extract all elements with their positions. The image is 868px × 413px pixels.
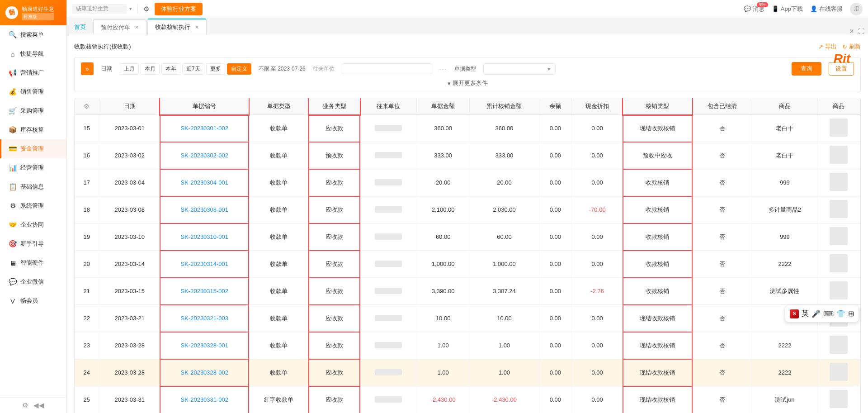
chevron-down-icon[interactable]: ▾ xyxy=(129,6,132,12)
solution-button[interactable]: 体验行业方案 xyxy=(155,3,203,15)
sidebar-item-sales[interactable]: 💰 销售管理 xyxy=(0,82,66,101)
page-title: 收款核销执行(按收款) xyxy=(74,43,131,51)
tab-expand-button[interactable]: ⛶ xyxy=(858,28,864,35)
tab-close-all-button[interactable]: ✕ xyxy=(849,28,854,35)
sidebar-item-hardware[interactable]: 🖥 智能硬件 xyxy=(0,253,66,272)
tab-receipt[interactable]: 收款核销执行 ✕ xyxy=(147,19,207,35)
page-title-row: 收款核销执行(按收款) ↗ 导出 ↻ 刷新 xyxy=(74,43,861,51)
sidebar-item-system[interactable]: ⚙ 系统管理 xyxy=(0,196,66,215)
sidebar-item-finance[interactable]: 💳 资金管理 xyxy=(0,139,66,158)
cell-discount: 0.00 xyxy=(572,359,623,386)
table-row[interactable]: 15 2023-03-01 SK-20230301-002 收款单 应收款 36… xyxy=(75,115,860,142)
partner-input[interactable] xyxy=(342,63,432,74)
app-download-button[interactable]: 📱 App下载 xyxy=(772,5,803,13)
sno-link[interactable]: SK-20230301-002 xyxy=(181,125,229,132)
sno-link[interactable]: SK-20230328-002 xyxy=(181,369,229,376)
table-row[interactable]: 16 2023-03-02 SK-20230302-002 收款单 预收款 33… xyxy=(75,142,860,169)
refresh-button[interactable]: ↻ 刷新 xyxy=(842,43,861,51)
cell-goods2 xyxy=(817,386,860,413)
cell-settled: 否 xyxy=(692,223,752,251)
tabs-right-actions: ✕ ⛶ xyxy=(849,28,868,35)
table-row[interactable]: 17 2023-03-04 SK-20230304-001 收款单 应收款 20… xyxy=(75,169,860,196)
sidebar-item-member[interactable]: V 畅会员 xyxy=(0,291,66,310)
cell-settled: 否 xyxy=(692,278,752,305)
date-btn-this-month[interactable]: 本月 xyxy=(141,63,160,75)
sidebar-item-marketing[interactable]: 📢 营销推广 xyxy=(0,63,66,82)
tab-home[interactable]: 首页 xyxy=(67,19,93,35)
table-row[interactable]: 24 2023-03-28 SK-20230328-002 收款单 应收款 1.… xyxy=(75,359,860,386)
table-row[interactable]: 22 2023-03-21 SK-20230321-003 收款单 应收款 10… xyxy=(75,305,860,332)
sidebar-item-wechat[interactable]: 💬 企业微信 xyxy=(0,272,66,291)
sno-link[interactable]: SK-20230308-001 xyxy=(181,206,229,213)
cell-goods: 老白干 xyxy=(752,142,817,169)
sno-link[interactable]: SK-20230331-002 xyxy=(181,396,229,403)
table-row[interactable]: 18 2023-03-08 SK-20230308-001 收款单 应收款 2,… xyxy=(75,196,860,223)
sidebar-item-inventory[interactable]: 📦 库存核算 xyxy=(0,120,66,139)
sidebar-item-operations[interactable]: 📊 经营管理 xyxy=(0,158,66,177)
date-btn-last-month[interactable]: 上月 xyxy=(120,63,139,75)
float-keyboard-icon[interactable]: ⌨ xyxy=(823,309,834,318)
float-shirt-icon[interactable]: 👕 xyxy=(836,309,845,318)
data-table-wrap: ⚙ 日期 单据编号 单据类型 业务类型 往来单位 单据金额 累计核销金额 余额 … xyxy=(74,98,861,413)
sidebar-item-purchase[interactable]: 🛒 采购管理 xyxy=(0,101,66,120)
export-button[interactable]: ↗ 导出 xyxy=(818,43,837,51)
sno-link[interactable]: SK-20230314-001 xyxy=(181,261,229,267)
filter-expand-button[interactable]: » xyxy=(81,62,94,75)
cell-ntype: 收款核销 xyxy=(623,169,692,196)
sidebar-item-label: 经营管理 xyxy=(20,164,44,172)
user-avatar[interactable]: 用 xyxy=(850,3,863,15)
cell-sno: SK-20230321-003 xyxy=(160,305,249,332)
col-header-goods2: 商品 xyxy=(817,98,860,115)
sno-link[interactable]: SK-20230302-002 xyxy=(181,152,229,159)
table-row[interactable]: 25 2023-03-31 SK-20230331-002 红字收款单 应收款 … xyxy=(75,386,860,413)
collapse-icon[interactable]: ◀◀ xyxy=(33,401,44,409)
partner-blurred xyxy=(375,261,402,267)
sno-link[interactable]: SK-20230315-002 xyxy=(181,288,229,294)
col-header-settings[interactable]: ⚙ xyxy=(75,98,99,115)
sidebar-item-search[interactable]: 🔍 搜索菜单 xyxy=(0,25,66,44)
tab-pending[interactable]: 预付应付单 ✕ xyxy=(93,19,146,35)
table-row[interactable]: 20 2023-03-14 SK-20230314-001 收款单 应收款 1,… xyxy=(75,251,860,278)
finance-icon: 💳 xyxy=(9,145,17,153)
cell-no: 25 xyxy=(75,386,99,413)
messages-button[interactable]: 💬 消息 99+ xyxy=(744,5,764,13)
cell-vtype: 收款单 xyxy=(249,142,309,169)
query-button[interactable]: 查询 xyxy=(792,62,821,76)
cell-cumulative: 1.00 xyxy=(470,332,539,359)
cell-ntype: 收款核销 xyxy=(623,251,692,278)
topbar-gear-icon[interactable]: ⚙ xyxy=(143,5,149,13)
float-grid-icon[interactable]: ⊞ xyxy=(848,309,854,318)
table-row[interactable]: 21 2023-03-15 SK-20230315-002 收款单 应收款 3,… xyxy=(75,278,860,305)
cell-settled: 否 xyxy=(692,386,752,413)
sidebar-item-corp[interactable]: 🤝 企业协同 xyxy=(0,215,66,234)
sidebar-item-guide[interactable]: 🎯 新手引导 xyxy=(0,234,66,253)
sidebar-item-quick[interactable]: ⌂ 快捷导航 xyxy=(0,44,66,63)
voucher-type-select[interactable]: ▾ xyxy=(483,63,556,75)
settings-bottom-icon[interactable]: ⚙ xyxy=(22,401,28,409)
chevron-down-icon: ▾ xyxy=(547,66,551,72)
sno-link[interactable]: SK-20230304-001 xyxy=(181,179,229,186)
sno-link[interactable]: SK-20230321-003 xyxy=(181,315,229,322)
expand-more-button[interactable]: ▾ 展开更多条件 xyxy=(448,79,488,87)
cell-ntype: 预收中应收 xyxy=(623,142,692,169)
sno-link[interactable]: SK-20230310-001 xyxy=(181,233,229,240)
online-service-button[interactable]: 👤 在线客服 xyxy=(810,5,843,13)
cell-btype: 应收款 xyxy=(309,115,360,142)
tab-close-pending[interactable]: ✕ xyxy=(135,24,139,30)
sno-link[interactable]: SK-20230328-001 xyxy=(181,342,229,349)
cell-partner xyxy=(360,142,416,169)
date-btn-custom[interactable]: 自定义 xyxy=(227,63,251,75)
sidebar-item-label: 新手引导 xyxy=(20,240,44,248)
sidebar-item-basic[interactable]: 📋 基础信息 xyxy=(0,177,66,196)
date-btn-this-year[interactable]: 本年 xyxy=(161,63,180,75)
cell-ntype: 收款核销 xyxy=(623,196,692,223)
table-row[interactable]: 23 2023-03-28 SK-20230328-001 收款单 应收款 1.… xyxy=(75,332,860,359)
table-row[interactable]: 19 2023-03-10 SK-20230310-001 收款单 应收款 60… xyxy=(75,223,860,251)
cell-amount: 2,100.00 xyxy=(416,196,469,223)
date-btn-more[interactable]: 更多 xyxy=(206,63,225,75)
float-mic-icon[interactable]: 🎤 xyxy=(811,309,821,318)
date-btn-7days[interactable]: 近7天 xyxy=(182,63,204,75)
tab-close-receipt[interactable]: ✕ xyxy=(195,24,199,30)
cell-goods2 xyxy=(817,142,860,169)
float-text-icon[interactable]: 英 xyxy=(802,309,809,318)
